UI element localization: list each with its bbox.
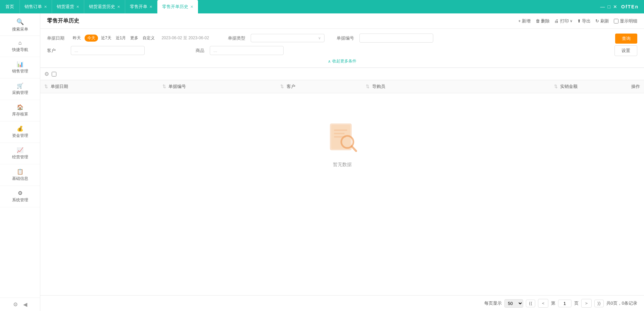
tab-sales-order-close[interactable]: ✕ xyxy=(44,5,47,9)
tab-sales-order[interactable]: 销售订单 ✕ xyxy=(20,0,52,13)
tab-sales-return-history[interactable]: 销货退货历史 ✕ xyxy=(84,0,125,13)
first-page-button[interactable]: ⟨⟨ xyxy=(526,300,535,307)
date-option-yesterday[interactable]: 昨天 xyxy=(71,35,83,42)
col-date[interactable]: ⇅ 单据日期 xyxy=(40,80,158,93)
tab-retail-history-label: 零售开单历史 xyxy=(162,4,188,10)
customer-dots: ... xyxy=(75,48,78,53)
number-filter-input[interactable] xyxy=(359,34,433,43)
sidebar-item-finance[interactable]: 💰 资金管理 xyxy=(0,121,40,143)
sidebar-item-inventory[interactable]: 🏠 库存核算 xyxy=(0,100,40,121)
select-all-checkbox[interactable] xyxy=(52,72,56,76)
product-filter-input[interactable]: ... xyxy=(210,46,284,55)
sidebar: 🔍 搜索采单 ⌂ 快捷导航 📊 销售管理 🛒 采购管理 🏠 库存核算 💰 资金管… xyxy=(0,13,40,311)
table-settings-icon[interactable]: ⚙ xyxy=(44,71,49,77)
tab-retail-history[interactable]: 零售开单历史 ✕ xyxy=(157,0,198,13)
sidebar-search[interactable]: 🔍 搜索采单 xyxy=(0,13,40,36)
type-filter-label: 单据类型 xyxy=(228,35,245,41)
customer-filter-input[interactable]: ... xyxy=(71,46,145,55)
app-brand: OfTEn xyxy=(621,4,644,9)
col-customer-label: 客户 xyxy=(287,84,295,89)
collapse-label: 收起更多条件 xyxy=(332,58,356,64)
delete-button[interactable]: 🗑 删除 xyxy=(536,18,550,24)
pagination: 每页显示 10 20 50 100 ⟨⟨ ＜ 第 页 ＞ ⟩⟩ 共0页，0条记录 xyxy=(40,295,644,311)
sidebar-collapse-icon[interactable]: ◀ xyxy=(23,301,27,308)
collapse-icon: ∧ xyxy=(328,59,331,64)
col-amount[interactable]: ⇅ 实销金额 xyxy=(464,80,582,93)
sidebar-item-purchase[interactable]: 🛒 采购管理 xyxy=(0,79,40,100)
col-action: 操作 xyxy=(582,80,644,93)
date-option-7days[interactable]: 近7天 xyxy=(100,35,113,42)
prev-page-button[interactable]: ＜ xyxy=(538,299,548,308)
tab-home-label: 首页 xyxy=(5,4,14,10)
sidebar-purchase-label: 采购管理 xyxy=(12,90,28,96)
col-action-label: 操作 xyxy=(631,84,640,89)
date-option-1month[interactable]: 近1月 xyxy=(114,35,128,42)
col-guide-sort-icon: ⇅ xyxy=(366,84,369,89)
window-close[interactable]: ✕ xyxy=(613,4,617,9)
product-dots: ... xyxy=(213,48,217,53)
col-amount-label: 实销金额 xyxy=(560,84,578,89)
tab-home[interactable]: 首页 xyxy=(0,0,20,13)
page-header: 零售开单历史 + 新增 🗑 删除 🖨 打印 ∨ ⬆ 导出 ↻ 刷新 显示明细 xyxy=(40,13,644,29)
sidebar-item-system[interactable]: ⚙ 系统管理 xyxy=(0,186,40,207)
base-icon: 📋 xyxy=(17,168,23,175)
date-range-display: 2023-06-02 至 2023-06-02 xyxy=(161,35,209,41)
show-detail-input[interactable] xyxy=(614,19,618,23)
tab-sales-return-label: 销货退货 xyxy=(57,4,74,10)
filter-section: 单据日期 昨天 今天 近7天 近1月 更多 自定义 2023-06-02 至 2… xyxy=(40,29,644,68)
next-page-button[interactable]: ＞ xyxy=(581,299,592,308)
svg-rect-2 xyxy=(334,129,347,131)
window-maximize[interactable]: □ xyxy=(608,4,610,9)
print-button[interactable]: 🖨 打印 ∨ xyxy=(554,18,573,24)
page-title: 零售开单历史 xyxy=(47,17,79,24)
add-button[interactable]: + 新增 xyxy=(518,18,531,24)
window-minimize[interactable]: — xyxy=(600,4,605,9)
col-number-sort-icon: ⇅ xyxy=(162,84,166,89)
col-date-label: 单据日期 xyxy=(51,84,68,89)
show-detail-checkbox[interactable]: 显示明细 xyxy=(614,18,637,24)
system-icon: ⚙ xyxy=(18,190,22,196)
sales-icon: 📊 xyxy=(17,61,23,67)
page-input[interactable] xyxy=(558,300,572,307)
date-option-today[interactable]: 今天 xyxy=(85,35,98,42)
type-filter-select[interactable]: ∨ xyxy=(251,34,325,42)
date-option-custom[interactable]: 自定义 xyxy=(141,35,156,42)
col-guide[interactable]: ⇅ 导购员 xyxy=(362,80,463,93)
per-page-select[interactable]: 10 20 50 100 xyxy=(504,299,523,308)
tab-retail-open[interactable]: 零售开单 ✕ xyxy=(125,0,157,13)
tab-sales-return-history-label: 销货退货历史 xyxy=(89,4,115,10)
date-option-more[interactable]: 更多 xyxy=(129,35,140,42)
page-suffix: 页 xyxy=(574,300,579,306)
col-customer-sort-icon: ⇅ xyxy=(280,84,284,89)
sidebar-item-sales[interactable]: 📊 销售管理 xyxy=(0,57,40,79)
collapse-row[interactable]: ∧ 收起更多条件 xyxy=(47,57,637,65)
sidebar-settings-icon[interactable]: ⚙ xyxy=(13,301,18,308)
col-customer[interactable]: ⇅ 客户 xyxy=(276,80,362,93)
page-label: 第 xyxy=(551,300,555,306)
export-button[interactable]: ⬆ 导出 xyxy=(577,18,591,24)
query-button[interactable]: 查询 xyxy=(615,34,637,44)
tab-sales-return-close[interactable]: ✕ xyxy=(76,5,79,9)
sidebar-finance-label: 资金管理 xyxy=(12,133,28,139)
sidebar-item-operation[interactable]: 📈 经营管理 xyxy=(0,143,40,164)
tab-retail-history-close[interactable]: ✕ xyxy=(190,5,193,9)
date-filter-label: 单据日期 xyxy=(47,35,65,41)
inventory-icon: 🏠 xyxy=(17,104,23,110)
refresh-button[interactable]: ↻ 刷新 xyxy=(595,18,609,24)
table-toolbar: ⚙ xyxy=(40,68,644,80)
tab-retail-open-label: 零售开单 xyxy=(130,4,147,10)
tab-retail-open-close[interactable]: ✕ xyxy=(149,5,152,9)
sidebar-operation-label: 经营管理 xyxy=(12,154,28,160)
print-label: 🖨 打印 xyxy=(554,18,569,24)
tab-sales-return-history-close[interactable]: ✕ xyxy=(117,5,120,9)
last-page-button[interactable]: ⟩⟩ xyxy=(594,300,604,307)
sidebar-item-quick-nav[interactable]: ⌂ 快捷导航 xyxy=(0,36,40,57)
product-filter-label: 商品 xyxy=(196,48,204,54)
print-arrow-icon: ∨ xyxy=(570,19,573,23)
sidebar-item-base[interactable]: 📋 基础信息 xyxy=(0,164,40,186)
setting-button[interactable]: 设置 xyxy=(614,45,637,56)
tab-sales-return[interactable]: 销货退货 ✕ xyxy=(52,0,84,13)
search-icon: 🔍 xyxy=(16,18,24,25)
col-number[interactable]: ⇅ 单据编号 xyxy=(158,80,277,93)
operation-icon: 📈 xyxy=(17,147,23,153)
